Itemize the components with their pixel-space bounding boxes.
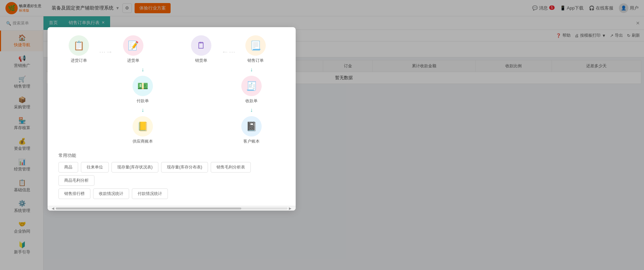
- flow-node-sales-order[interactable]: 📃 销售订单: [235, 35, 276, 64]
- scrollbar-track[interactable]: [56, 208, 288, 210]
- supplier-ledger-label: 供应商账本: [133, 139, 153, 144]
- receipt-bill-label: 收款单: [245, 98, 258, 104]
- flow-node-sales-bill[interactable]: 🗒 销货单: [181, 35, 222, 64]
- supplier-ledger-circle: 📒: [133, 116, 153, 137]
- purchase-bill-circle: 📝: [123, 35, 143, 56]
- down-arrow-2: ↓: [231, 66, 272, 73]
- flow-chart: 📋 进货订单 ···→ 📝 进货单: [58, 35, 285, 147]
- flow-node-supplier-ledger[interactable]: 📒 供应商账本: [122, 116, 163, 144]
- common-funcs-title: 常用功能: [58, 152, 285, 159]
- sales-order-label: 销售订单: [247, 58, 264, 64]
- func-btn-stock-dist[interactable]: 现存量(库存分布表): [161, 162, 208, 173]
- sales-bill-label: 销货单: [195, 58, 207, 64]
- func-btn-stock-status[interactable]: 现存量(库存状况表): [111, 162, 158, 173]
- flow-node-customer-ledger[interactable]: 📓 客户账本: [231, 116, 272, 144]
- sales-order-circle: 📃: [245, 35, 266, 56]
- customer-ledger-circle: 📓: [241, 116, 262, 137]
- receipt-bill-circle: 🧾: [241, 76, 262, 96]
- func-btn-sales-rank[interactable]: 销售排行榜: [58, 188, 90, 199]
- down-arrow-4: ↓: [231, 107, 272, 113]
- purchase-bill-label: 进货单: [127, 58, 139, 64]
- flow-node-purchase-order[interactable]: 📋 进货订单: [58, 35, 99, 64]
- arrow-h2: ←···: [222, 43, 235, 56]
- func-btn-counterparty[interactable]: 往来单位: [81, 162, 109, 173]
- func-btn-receipt-stats[interactable]: 收款情况统计: [93, 188, 129, 199]
- func-btn-sales-gross[interactable]: 销售毛利分析表: [211, 162, 251, 173]
- modal-scrollbar: ◀ ▶: [48, 206, 296, 211]
- func-btn-product-gross[interactable]: 商品毛利分析: [58, 175, 94, 186]
- down-arrow-3: ↓: [122, 107, 163, 113]
- func-buttons-row1: 商品 往来单位 现存量(库存状况表) 现存量(库存分布表) 销售毛利分析表 商品…: [58, 162, 285, 186]
- flow-row-1: 📋 进货订单 ···→ 📝 进货单: [58, 35, 285, 64]
- flow-node-receipt-bill[interactable]: 🧾 收款单: [231, 76, 272, 104]
- purchase-order-label: 进货订单: [71, 58, 87, 64]
- modal-overlay[interactable]: 📋 进货订单 ···→ 📝 进货单: [0, 0, 644, 270]
- customer-ledger-label: 客户账本: [243, 139, 260, 144]
- scroll-right-arrow[interactable]: ▶: [288, 206, 293, 210]
- flow-row-3: 📒 供应商账本 📓 客户账本: [122, 116, 285, 144]
- scroll-left-arrow[interactable]: ◀: [50, 206, 56, 210]
- purchase-order-circle: 📋: [69, 35, 89, 56]
- flow-arrows-row2: ↓ ↓: [122, 107, 285, 113]
- modal-content: 📋 进货订单 ···→ 📝 进货单: [48, 27, 296, 206]
- flow-row-2: 💵 付款单 🧾 收款单: [122, 76, 285, 104]
- flow-node-payment-bill[interactable]: 💵 付款单: [122, 76, 163, 104]
- flow-node-purchase-bill[interactable]: 📝 进货单: [113, 35, 154, 64]
- func-btn-payment-stats[interactable]: 付款情况统计: [132, 188, 168, 199]
- payment-bill-circle: 💵: [133, 76, 153, 96]
- func-btn-product[interactable]: 商品: [58, 162, 78, 173]
- down-arrow-1: ↓: [122, 66, 163, 73]
- modal-box: 📋 进货订单 ···→ 📝 进货单: [48, 27, 296, 211]
- scrollbar-thumb: [56, 208, 241, 210]
- arrow-h1: ···→: [99, 43, 113, 56]
- func-buttons-row2: 销售排行榜 收款情况统计 付款情况统计: [58, 188, 285, 199]
- sales-bill-circle: 🗒: [191, 35, 211, 56]
- payment-bill-label: 付款单: [137, 98, 149, 104]
- flow-arrows-row: ↓ ↓: [122, 66, 285, 73]
- common-functions-area: 常用功能 商品 往来单位 现存量(库存状况表) 现存量(库存分布表) 销售毛利分…: [58, 152, 285, 199]
